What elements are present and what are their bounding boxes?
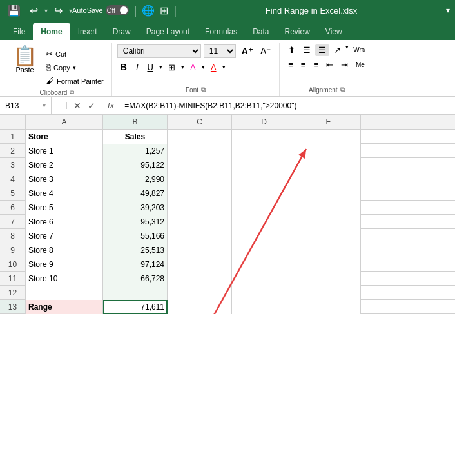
tab-draw[interactable]: Draw: [105, 23, 139, 40]
cell-a1[interactable]: Store: [26, 130, 103, 144]
cell-e2[interactable]: [296, 144, 361, 158]
cell-c11[interactable]: [168, 272, 232, 286]
cell-c1[interactable]: [168, 130, 232, 144]
paste-button[interactable]: 📋 Paste: [8, 44, 42, 76]
clipboard-expand[interactable]: ⧉: [70, 88, 74, 96]
align-center-button[interactable]: ≡: [298, 59, 309, 71]
cell-c7[interactable]: [168, 215, 232, 229]
cell-d11[interactable]: [232, 272, 296, 286]
cell-a13[interactable]: Range: [26, 300, 103, 314]
tab-page-layout[interactable]: Page Layout: [139, 23, 197, 40]
row-header-5[interactable]: 5: [0, 186, 25, 201]
cell-a2[interactable]: Store 1: [26, 144, 103, 158]
font-color-dropdown[interactable]: ▾: [222, 64, 226, 70]
font-expand[interactable]: ⧉: [201, 86, 206, 94]
cell-a9[interactable]: Store 8: [26, 243, 103, 257]
tab-home[interactable]: Home: [33, 23, 70, 40]
cut-button[interactable]: ✂ Cut: [43, 48, 106, 60]
cell-b1[interactable]: Sales: [103, 130, 168, 144]
row-header-4[interactable]: 4: [0, 172, 25, 186]
formula-cancel-button[interactable]: ✕: [71, 101, 84, 111]
col-header-d[interactable]: D: [232, 115, 296, 129]
cell-b2[interactable]: 1,257: [103, 144, 168, 158]
underline-button[interactable]: U: [144, 61, 157, 74]
cell-a8[interactable]: Store 7: [26, 229, 103, 243]
row-header-10[interactable]: 10: [0, 257, 25, 272]
cell-d4[interactable]: [232, 172, 296, 186]
cell-a10[interactable]: Store 9: [26, 257, 103, 272]
font-family-select[interactable]: Calibri: [117, 44, 201, 58]
wrap-text-button[interactable]: Wra: [350, 44, 368, 56]
row-header-2[interactable]: 2: [0, 144, 25, 158]
cell-c10[interactable]: [168, 257, 232, 272]
cell-b3[interactable]: 95,122: [103, 158, 168, 172]
orientation-button[interactable]: ↗: [331, 44, 344, 56]
cell-b5[interactable]: 49,827: [103, 186, 168, 201]
col-header-a[interactable]: A: [26, 115, 103, 129]
cell-c4[interactable]: [168, 172, 232, 186]
cell-c2[interactable]: [168, 144, 232, 158]
row-header-12[interactable]: 12: [0, 286, 25, 300]
fill-color-button[interactable]: A̲: [187, 61, 199, 74]
copy-dropdown[interactable]: ▾: [73, 64, 76, 71]
cell-e6[interactable]: [296, 201, 361, 215]
cell-c3[interactable]: [168, 158, 232, 172]
cell-a11[interactable]: Store 10: [26, 272, 103, 286]
format-painter-button[interactable]: 🖌 Format Painter: [43, 75, 106, 87]
cell-e1[interactable]: [296, 130, 361, 144]
cell-d13[interactable]: [232, 300, 296, 314]
row-header-9[interactable]: 9: [0, 243, 25, 257]
autosave-toggle[interactable]: Off: [106, 5, 129, 15]
cell-d6[interactable]: [232, 201, 296, 215]
cell-d12[interactable]: [232, 286, 296, 300]
cell-e13[interactable]: [296, 300, 361, 314]
cell-b13[interactable]: 71,611: [103, 300, 168, 314]
undo-dropdown[interactable]: ▾: [44, 7, 48, 14]
cell-a3[interactable]: Store 2: [26, 158, 103, 172]
cell-e4[interactable]: [296, 172, 361, 186]
title-dropdown[interactable]: ▾: [446, 6, 450, 15]
cell-b7[interactable]: 95,312: [103, 215, 168, 229]
tab-review[interactable]: Review: [276, 23, 317, 40]
formula-input[interactable]: [119, 101, 455, 110]
row-header-8[interactable]: 8: [0, 229, 25, 243]
cell-d9[interactable]: [232, 243, 296, 257]
col-header-e[interactable]: E: [296, 115, 361, 129]
cell-d2[interactable]: [232, 144, 296, 158]
undo-icon[interactable]: ↩: [27, 3, 41, 18]
italic-button[interactable]: I: [133, 61, 142, 74]
cell-b8[interactable]: 55,166: [103, 229, 168, 243]
cell-e7[interactable]: [296, 215, 361, 229]
cell-a4[interactable]: Store 3: [26, 172, 103, 186]
align-top-button[interactable]: ⬆: [285, 44, 298, 56]
cell-d10[interactable]: [232, 257, 296, 272]
cell-b6[interactable]: 39,203: [103, 201, 168, 215]
orientation-dropdown[interactable]: ▾: [345, 44, 349, 56]
cell-e12[interactable]: [296, 286, 361, 300]
row-header-3[interactable]: 3: [0, 158, 25, 172]
border-dropdown[interactable]: ▾: [181, 64, 184, 70]
cell-a6[interactable]: Store 5: [26, 201, 103, 215]
underline-dropdown[interactable]: ▾: [159, 64, 162, 70]
align-left-button[interactable]: ≡: [285, 59, 296, 71]
formula-confirm-button[interactable]: ✓: [85, 101, 98, 111]
cell-d3[interactable]: [232, 158, 296, 172]
font-size-select[interactable]: 11: [204, 44, 236, 58]
cell-c5[interactable]: [168, 186, 232, 201]
cell-d7[interactable]: [232, 215, 296, 229]
row-header-7[interactable]: 7: [0, 215, 25, 229]
font-size-decrease[interactable]: A⁻: [257, 45, 274, 57]
merge-button[interactable]: Me: [353, 59, 368, 71]
cell-d1[interactable]: [232, 130, 296, 144]
cell-d8[interactable]: [232, 229, 296, 243]
font-color-button[interactable]: A: [208, 61, 220, 74]
row-header-1[interactable]: 1: [0, 130, 25, 144]
cell-c13[interactable]: [168, 300, 232, 314]
align-bottom-button[interactable]: ☰: [315, 44, 329, 56]
align-right-button[interactable]: ≡: [310, 59, 322, 71]
cell-ref-dropdown[interactable]: ▾: [43, 102, 46, 109]
cell-b11[interactable]: 66,728: [103, 272, 168, 286]
tab-file[interactable]: File: [5, 23, 33, 40]
save-icon[interactable]: 💾: [5, 3, 23, 18]
cell-d5[interactable]: [232, 186, 296, 201]
